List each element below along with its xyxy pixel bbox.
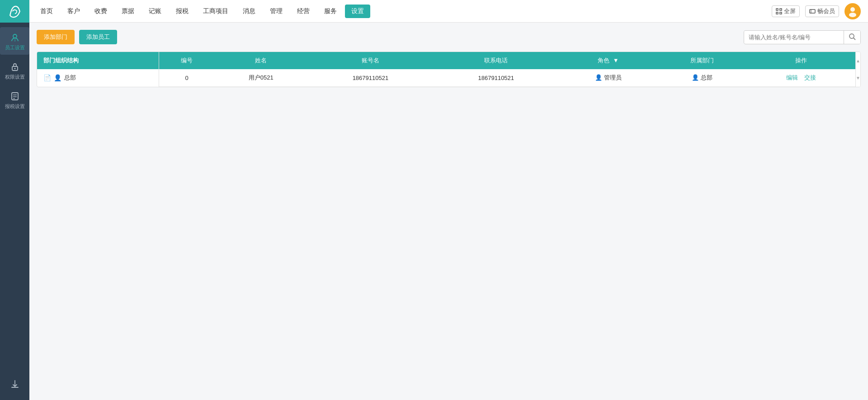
search-box (744, 30, 861, 44)
table-area: 部门组织结构 📄 👤 总部 编号 姓名 账号名 联系电话 (37, 52, 861, 87)
nav-operations[interactable]: 经营 (291, 5, 316, 18)
permissions-icon (10, 62, 20, 72)
search-button[interactable] (844, 31, 860, 44)
download-icon (10, 379, 20, 389)
table-row: 0 用户0521 18679110521 18679110521 👤管理员 👤总… (159, 69, 855, 87)
toolbar: 添加部门 添加员工 (37, 30, 861, 44)
svg-line-17 (854, 38, 855, 40)
nav-customer[interactable]: 客户 (61, 5, 86, 18)
svg-rect-1 (780, 9, 782, 10)
cell-account: 18679110521 (307, 69, 433, 87)
vip-icon (809, 8, 816, 14)
add-staff-button[interactable]: 添加员工 (79, 30, 117, 44)
filter-icon[interactable]: ▼ (613, 57, 619, 64)
sidebar-item-permissions[interactable]: 权限设置 (0, 56, 29, 84)
transfer-link[interactable]: 交接 (804, 74, 816, 81)
dept-tree-item[interactable]: 📄 👤 总部 (37, 69, 159, 86)
tax-settings-icon (10, 91, 20, 101)
scroll-up-button[interactable]: ▲ (856, 52, 860, 70)
nav-settings[interactable]: 设置 (345, 5, 370, 18)
main-layout: 员工设置 权限设置 报税设置 (0, 23, 868, 400)
fullscreen-label: 全屏 (784, 7, 796, 15)
nav-messages[interactable]: 消息 (236, 5, 262, 18)
svg-point-11 (14, 68, 15, 69)
top-navigation: 首页 客户 收费 票据 记账 报税 工商项目 消息 管理 经营 服务 设置 全屏 (0, 0, 868, 23)
col-name: 姓名 (214, 52, 307, 69)
svg-point-8 (13, 34, 17, 38)
nav-business[interactable]: 工商项目 (197, 5, 235, 18)
cell-actions: 编辑 交接 (747, 69, 855, 87)
nav-bills[interactable]: 票据 (115, 5, 141, 18)
nav-tax[interactable]: 报税 (170, 5, 195, 18)
dept-tree: 部门组织结构 📄 👤 总部 (37, 52, 159, 87)
sidebar-bottom (0, 374, 29, 400)
nav-service[interactable]: 服务 (318, 5, 343, 18)
sidebar-tax-label: 报税设置 (5, 103, 25, 110)
cell-role: 👤管理员 (559, 69, 657, 87)
scroll-down-button[interactable]: ▼ (856, 70, 860, 87)
cell-dept: 👤总部 (657, 69, 747, 87)
col-phone: 联系电话 (433, 52, 559, 69)
vip-label: 畅会员 (817, 7, 835, 15)
search-icon (849, 33, 856, 40)
col-actions: 操作 (747, 52, 855, 69)
sidebar-download[interactable] (0, 374, 29, 393)
sidebar-staff-label: 员工设置 (5, 44, 25, 51)
sidebar-item-staff[interactable]: 员工设置 (0, 27, 29, 55)
sidebar: 员工设置 权限设置 报税设置 (0, 23, 29, 400)
svg-rect-2 (776, 12, 778, 14)
fullscreen-button[interactable]: 全屏 (772, 5, 800, 17)
col-account: 账号名 (307, 52, 433, 69)
svg-rect-3 (780, 12, 782, 14)
nav-right: 全屏 畅会员 (772, 3, 868, 19)
nav-home[interactable]: 首页 (34, 5, 59, 18)
svg-point-7 (849, 13, 856, 17)
scroll-buttons: ▲ ▼ (855, 52, 860, 87)
nav-accounting[interactable]: 记账 (142, 5, 168, 18)
col-role: 角色 ▼ (559, 52, 657, 69)
col-id: 编号 (159, 52, 214, 69)
dept-user-icon: 👤 (54, 74, 61, 81)
sidebar-permissions-label: 权限设置 (5, 74, 25, 80)
staff-icon (10, 33, 20, 42)
logo-area (0, 0, 29, 23)
svg-rect-9 (14, 39, 16, 42)
add-dept-button[interactable]: 添加部门 (37, 30, 75, 44)
search-input[interactable] (744, 31, 844, 43)
fullscreen-icon (776, 8, 782, 14)
nav-items: 首页 客户 收费 票据 记账 报税 工商项目 消息 管理 经营 服务 设置 (29, 5, 772, 18)
content-area: 添加部门 添加员工 部门组织结构 📄 👤 总部 (29, 23, 868, 400)
edit-link[interactable]: 编辑 (786, 74, 798, 81)
dept-name: 总部 (64, 74, 76, 82)
employee-table: 编号 姓名 账号名 联系电话 角色 ▼ 所属部门 操作 (159, 52, 855, 87)
file-icon: 📄 (43, 74, 51, 81)
nav-charge[interactable]: 收费 (88, 5, 113, 18)
cell-id: 0 (159, 69, 214, 87)
nav-management[interactable]: 管理 (264, 5, 289, 18)
staff-table: 编号 姓名 账号名 联系电话 角色 ▼ 所属部门 操作 (159, 52, 855, 87)
col-dept: 所属部门 (657, 52, 747, 69)
dept-tree-header: 部门组织结构 (37, 52, 159, 69)
svg-rect-4 (810, 9, 815, 13)
avatar-icon (846, 5, 859, 18)
sidebar-item-tax-settings[interactable]: 报税设置 (0, 86, 29, 113)
user-avatar[interactable] (844, 3, 861, 19)
cell-name: 用户0521 (214, 69, 307, 87)
svg-point-6 (850, 7, 855, 12)
cell-phone: 18679110521 (433, 69, 559, 87)
svg-rect-0 (776, 9, 778, 10)
table-header-row: 编号 姓名 账号名 联系电话 角色 ▼ 所属部门 操作 (159, 52, 855, 69)
vip-button[interactable]: 畅会员 (805, 5, 839, 17)
logo-icon (7, 3, 23, 19)
